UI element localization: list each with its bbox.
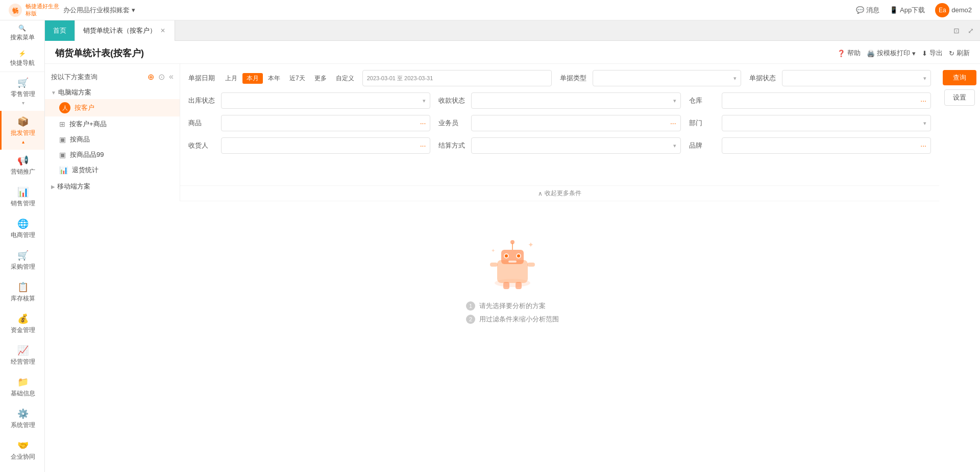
filter-field-collect-status: 收款状态 ▾ bbox=[438, 92, 680, 109]
settlement-select[interactable]: ▾ bbox=[471, 137, 680, 154]
top-header: 畅 畅捷通好生意 标版 办公用品行业模拟账套 ▾ 💬 消息 📱 App下载 Ea… bbox=[0, 0, 980, 20]
date-tab-last-month[interactable]: 上月 bbox=[221, 73, 241, 84]
sidebar-item-newbie[interactable]: 🎯 新手引导 bbox=[0, 466, 44, 472]
scheme-item-by-product[interactable]: ▣ 按商品 bbox=[45, 132, 180, 147]
settings-scheme-icon[interactable]: ⊙ bbox=[158, 72, 165, 82]
app-download-icon: 📱 bbox=[890, 6, 898, 14]
out-status-select[interactable]: ▾ bbox=[221, 92, 430, 109]
date-tab-more[interactable]: 更多 bbox=[310, 73, 331, 84]
template-print-btn[interactable]: 🖨️ 按模板打印 ▾ bbox=[867, 49, 916, 58]
sidebar-item-system[interactable]: ⚙️ 系统管理 bbox=[0, 403, 44, 435]
help-btn[interactable]: ❓ 帮助 bbox=[837, 49, 861, 58]
empty-tips: 1 请先选择要分析的方案 2 用过滤条件来缩小分析范围 bbox=[466, 301, 559, 324]
doc-status-select[interactable]: ▾ bbox=[782, 70, 931, 86]
wholesale-icon: 📦 bbox=[17, 116, 29, 127]
sidebar-item-purchase[interactable]: 🛒 采购管理 bbox=[0, 245, 44, 276]
sidebar-item-operations[interactable]: 📈 经营管理 bbox=[0, 340, 44, 371]
logo-area: 畅 畅捷通好生意 标版 bbox=[8, 3, 59, 17]
message-btn[interactable]: 💬 消息 bbox=[856, 6, 879, 15]
empty-illustration: ✦ ✦ bbox=[482, 232, 543, 293]
query-button[interactable]: 查询 bbox=[943, 70, 976, 85]
collapse-bar[interactable]: ∧ 收起更多条件 bbox=[180, 185, 939, 201]
export-btn[interactable]: ⬇ 导出 bbox=[922, 49, 943, 58]
date-tab-7days[interactable]: 近7天 bbox=[285, 73, 309, 84]
sidebar-item-marketing[interactable]: 📢 营销推广 bbox=[0, 150, 44, 181]
date-tab-custom[interactable]: 自定义 bbox=[332, 73, 358, 84]
date-range-input[interactable]: 2023-03-01 至 2023-03-31 bbox=[362, 70, 552, 86]
header-right: 💬 消息 📱 App下载 Ea demo2 bbox=[856, 3, 972, 17]
tab-sales-stats[interactable]: 销货单统计表（按客户） ✕ bbox=[75, 20, 175, 41]
app-download-btn[interactable]: 📱 App下载 bbox=[890, 6, 925, 15]
date-tabs: 上月 本月 本年 近7天 更多 自定义 bbox=[221, 73, 358, 84]
filter-field-settlement: 结算方式 ▾ bbox=[438, 137, 680, 154]
scheme-title: 按以下方案查询 ⊕ ⊙ « bbox=[45, 70, 180, 86]
svg-point-8 bbox=[517, 254, 520, 257]
brand-select[interactable]: ··· bbox=[722, 137, 931, 154]
scheme-icon-box: ▣ bbox=[59, 135, 66, 144]
tab-expand-btn[interactable]: ⤢ bbox=[966, 25, 976, 37]
scheme-group-desktop: ▼ 电脑端方案 人 按客户 ⊞ 按客户+商品 ▣ bbox=[45, 86, 180, 178]
quick-nav-btn[interactable]: ⚡ 快捷导航 bbox=[0, 46, 44, 72]
sidebar-item-retail[interactable]: 🛒 零售管理 ▾ bbox=[0, 72, 44, 111]
filter-field-salesperson: 业务员 ··· bbox=[438, 115, 680, 131]
scheme-item-by-customer[interactable]: 人 按客户 bbox=[45, 99, 180, 116]
svg-rect-9 bbox=[508, 261, 517, 263]
help-icon: ❓ bbox=[837, 50, 845, 57]
settings-button[interactable]: 设置 bbox=[944, 89, 975, 106]
svg-text:畅: 畅 bbox=[12, 7, 18, 14]
product-select[interactable]: ··· bbox=[221, 115, 430, 131]
retail-icon: 🛒 bbox=[17, 77, 29, 88]
tab-close-btn[interactable]: ✕ bbox=[159, 27, 166, 34]
logo-icon: 畅 bbox=[8, 3, 22, 17]
sidebar-item-enterprise[interactable]: 🤝 企业协同 bbox=[0, 435, 44, 466]
scheme-group-mobile-header[interactable]: ▶ 移动端方案 bbox=[45, 180, 180, 193]
filter-field-consignee: 收货人 ··· bbox=[188, 137, 430, 154]
empty-state: ✦ ✦ 1 请先选择要分析的方案 2 用过滤条件来缩小分析范围 bbox=[45, 201, 980, 355]
sidebar-item-sales[interactable]: 📊 销售管理 bbox=[0, 181, 44, 213]
search-menu-btn[interactable]: 🔍 搜索菜单 bbox=[0, 20, 44, 46]
doc-type-select[interactable]: ▾ bbox=[593, 70, 742, 86]
quick-nav-icon: ⚡ bbox=[18, 50, 26, 57]
sidebar-item-finance[interactable]: 💰 资金管理 bbox=[0, 308, 44, 340]
platform-name[interactable]: 办公用品行业模拟账套 ▾ bbox=[63, 6, 135, 15]
user-avatar-area[interactable]: Ea demo2 bbox=[935, 3, 972, 17]
scheme-item-return-stats[interactable]: 📊 退货统计 bbox=[45, 162, 180, 178]
product-ellipsis: ··· bbox=[420, 119, 426, 127]
date-tab-this-month[interactable]: 本月 bbox=[242, 73, 263, 84]
add-scheme-icon[interactable]: ⊕ bbox=[148, 72, 154, 82]
enterprise-icon: 🤝 bbox=[17, 440, 29, 451]
ecommerce-icon: 🌐 bbox=[17, 218, 29, 229]
sidebar-item-basic[interactable]: 📁 基础信息 bbox=[0, 371, 44, 403]
mobile-group-icon: ▶ bbox=[51, 184, 55, 190]
filter-row-4: 收货人 ··· 结算方式 ▾ bbox=[188, 137, 931, 154]
department-select[interactable]: ▾ bbox=[722, 115, 931, 131]
scheme-group-desktop-header[interactable]: ▼ 电脑端方案 bbox=[45, 86, 180, 99]
sales-icon: 📊 bbox=[17, 186, 29, 198]
filter-row-1: 单据日期 上月 本月 本年 近7天 更多 自定义 bbox=[188, 70, 931, 86]
collapse-scheme-icon[interactable]: « bbox=[169, 72, 174, 82]
sidebar-item-inventory[interactable]: 📋 库存核算 bbox=[0, 276, 44, 308]
sidebar-item-ecommerce[interactable]: 🌐 电商管理 bbox=[0, 213, 44, 245]
collect-status-select[interactable]: ▾ bbox=[471, 92, 680, 109]
salesperson-ellipsis: ··· bbox=[670, 119, 676, 127]
warehouse-select[interactable]: ··· bbox=[722, 92, 931, 109]
svg-rect-10 bbox=[490, 263, 498, 267]
scheme-icon-box2: ▣ bbox=[59, 151, 66, 159]
consignee-select[interactable]: ··· bbox=[221, 137, 430, 154]
filter-field-out-status: 出库状态 ▾ bbox=[188, 92, 430, 109]
date-tab-this-year[interactable]: 本年 bbox=[264, 73, 284, 84]
salesperson-select[interactable]: ··· bbox=[471, 115, 680, 131]
scheme-item-by-customer-product[interactable]: ⊞ 按客户+商品 bbox=[45, 116, 180, 132]
avatar: Ea bbox=[935, 3, 949, 17]
scheme-item-by-product-99[interactable]: ▣ 按商品品99 bbox=[45, 147, 180, 162]
sidebar-item-wholesale[interactable]: 📦 批发管理 ▴ bbox=[0, 111, 44, 150]
filter-field-warehouse: 仓库 ··· bbox=[689, 92, 931, 109]
collapse-icon: ∧ bbox=[538, 190, 543, 197]
print-icon: 🖨️ bbox=[867, 50, 875, 57]
refresh-btn[interactable]: ↻ 刷新 bbox=[949, 49, 970, 58]
tab-restore-btn[interactable]: ⊡ bbox=[951, 25, 962, 37]
doc-type-chevron: ▾ bbox=[733, 75, 737, 82]
tab-home[interactable]: 首页 bbox=[45, 20, 75, 41]
basic-icon: 📁 bbox=[17, 376, 29, 388]
department-chevron: ▾ bbox=[923, 120, 926, 127]
